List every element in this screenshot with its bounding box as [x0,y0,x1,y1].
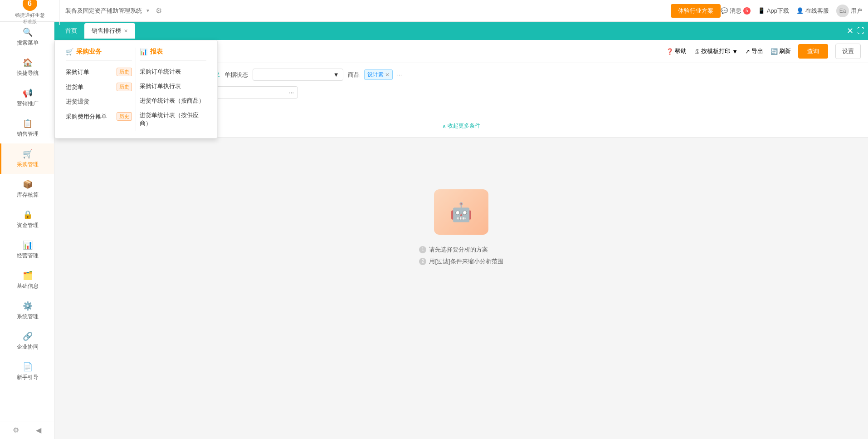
report-order-stat-label: 采购订单统计表 [140,68,181,76]
sidebar-item-basic[interactable]: 🗂️ 基础信息 [0,265,54,296]
online-service-btn[interactable]: 👤 在线客服 [796,7,829,15]
sidebar-item-inventory[interactable]: 📦 库存核算 [0,174,54,204]
print-label: 按模板打印 [701,47,731,55]
tab-close-icon[interactable]: ✕ [124,28,128,34]
report-section-label: 报表 [150,48,163,56]
system-gear-icon[interactable]: ⚙ [156,6,162,15]
empty-illustration: 🤖 [434,189,488,235]
service-icon: 👤 [796,7,804,14]
sidebar-label-newbie: 新手引导 [17,374,39,381]
sidebar-label-operation: 经营管理 [17,252,39,260]
doc-status-arrow: ▼ [333,71,339,78]
dropdown-item-purchase-return[interactable]: 进货退货 [66,94,132,109]
print-btn[interactable]: 🖨 按模板打印 ▼ [694,47,738,55]
purchase-expense-history[interactable]: 历史 [117,112,132,121]
sidebar-item-sales[interactable]: 📋 销售管理 [0,113,54,143]
dropdown-item-report-receipt-by-supplier[interactable]: 进货单统计表（按供应商） [140,108,206,131]
empty-tip-2: 2 用[过滤]条件来缩小分析范围 [419,256,503,267]
report-section-icon: 📊 [140,48,147,55]
online-service-label: 在线客服 [805,7,829,15]
collapse-icon: ∧ [442,123,446,129]
dropdown-item-report-receipt-by-goods[interactable]: 进货单统计表（按商品） [140,94,206,108]
sidebar-item-purchase[interactable]: 🛒 采购管理 [0,143,54,174]
tab-sales-rank-label: 销售排行榜 [92,27,121,35]
query-button[interactable]: 查询 [798,44,828,59]
tip-number-2: 2 [419,258,426,265]
salesman-dots: ··· [289,89,294,96]
tab-home[interactable]: 首页 [58,23,84,39]
app-download-btn[interactable]: 📱 App下载 [758,7,789,15]
sidebar-item-quick[interactable]: 🏠 快捷导航 [0,52,54,83]
print-icon: 🖨 [694,48,700,55]
refresh-btn[interactable]: 🔄 刷新 [770,47,791,55]
marketing-icon: 📢 [23,88,33,98]
sidebar-item-newbie[interactable]: 📄 新手引导 [0,356,54,387]
tab-bar-close-btn[interactable]: ✕ [847,26,853,36]
top-header: 6 畅捷通好生意 标准版 装备及固定资产辅助管理系统 ▼ ⚙ 体验行业方案 💬 … [0,0,868,22]
tip-number-1: 1 [419,246,426,253]
dropdown-menu: 🛒 采购业务 采购订单 历史 进货单 历史 进货退货 采购费用分摊单 历史 📊 [54,40,218,138]
sidebar-collapse-btn[interactable]: ◀ [36,426,41,434]
system-dropdown-arrow[interactable]: ▼ [146,8,150,13]
user-btn[interactable]: Ea 用户 [836,5,863,17]
sidebar-item-finance[interactable]: 🔒 资金管理 [0,204,54,235]
sidebar-label-finance: 资金管理 [17,222,39,229]
report-receipt-supplier-label: 进货单统计表（按供应商） [140,111,206,128]
help-btn[interactable]: ❓ 帮助 [666,47,687,55]
collapse-label: 收起更多条件 [448,122,480,130]
coop-icon: 🔗 [23,331,33,341]
sidebar-label-quick: 快捷导航 [17,69,39,77]
empty-tips: 1 请先选择要分析的方案 2 用[过滤]条件来缩小分析范围 [419,244,503,267]
purchase-order-history[interactable]: 历史 [117,68,132,76]
purchase-order-label: 采购订单 [66,68,89,76]
message-btn[interactable]: 💬 消息 5 [721,7,751,15]
sidebar-item-search[interactable]: 🔍 搜索菜单 [0,22,54,52]
export-btn[interactable]: ↗ 导出 [745,47,763,55]
setting-button[interactable]: 设置 [835,44,861,59]
system-title: 装备及固定资产辅助管理系统 ▼ ⚙ [65,6,665,15]
dropdown-item-purchase-expense[interactable]: 采购费用分摊单 历史 [66,109,132,124]
salesman-select[interactable]: ··· [207,86,298,99]
empty-tip-1: 1 请先选择要分析的方案 [419,244,503,256]
sidebar-item-marketing[interactable]: 📢 营销推广 [0,83,54,113]
dropdown-item-purchase-order[interactable]: 采购订单 历史 [66,64,132,79]
dropdown-item-report-order-stat[interactable]: 采购订单统计表 [140,64,206,79]
message-badge: 5 [743,7,751,15]
system-icon: ⚙️ [23,301,33,311]
operation-icon: 📊 [23,240,33,250]
basic-icon: 🗂️ [23,271,33,281]
goods-tag-remove[interactable]: ✕ [385,72,390,78]
sidebar-item-coop[interactable]: 🔗 企业协同 [0,326,54,356]
sidebar-label-inventory: 库存核算 [17,191,39,199]
goods-tag-area: 设计素 ✕ [364,69,393,80]
refresh-label: 刷新 [779,47,791,55]
sidebar-label-purchase: 采购管理 [17,161,39,168]
tab-home-label: 首页 [65,27,77,35]
purchase-icon: 🛒 [23,149,33,159]
purchase-section-label: 采购业务 [76,48,102,56]
dropdown-item-report-order-exec[interactable]: 采购订单执行表 [140,79,206,94]
sidebar-label-coop: 企业协同 [17,343,39,351]
purchase-return-label: 进货退货 [66,98,89,106]
goods-more-dots[interactable]: ··· [397,71,402,78]
help-icon: ❓ [666,48,673,55]
tab-bar-expand-btn[interactable]: ⛶ [857,27,864,35]
doc-status-select[interactable]: ▼ [253,69,343,81]
sidebar-label-marketing: 营销推广 [17,100,39,108]
purchase-receipt-history[interactable]: 历史 [117,83,132,91]
trial-button[interactable]: 体验行业方案 [671,4,721,18]
phone-icon: 📱 [758,7,765,14]
user-avatar: Ea [836,5,849,17]
sidebar-item-operation[interactable]: 📊 经营管理 [0,235,54,265]
tab-sales-rank[interactable]: 销售排行榜 ✕ [84,23,135,39]
report-col: 📊 报表 采购订单统计表 采购订单执行表 进货单统计表（按商品） 进货单统计表（… [136,48,210,131]
collapse-btn[interactable]: ∧ 收起更多条件 [442,122,480,130]
logo-text: 畅捷通好生意 [15,12,45,19]
sidebar-settings-btn[interactable]: ⚙ [13,426,19,434]
logo-area: 6 畅捷通好生意 标准版 [5,0,60,25]
sidebar-item-system[interactable]: ⚙️ 系统管理 [0,296,54,326]
purchase-section-title: 🛒 采购业务 [66,48,132,61]
sidebar-label-sales: 销售管理 [17,130,39,138]
dropdown-item-purchase-receipt[interactable]: 进货单 历史 [66,79,132,94]
report-section-title: 📊 报表 [140,48,206,61]
